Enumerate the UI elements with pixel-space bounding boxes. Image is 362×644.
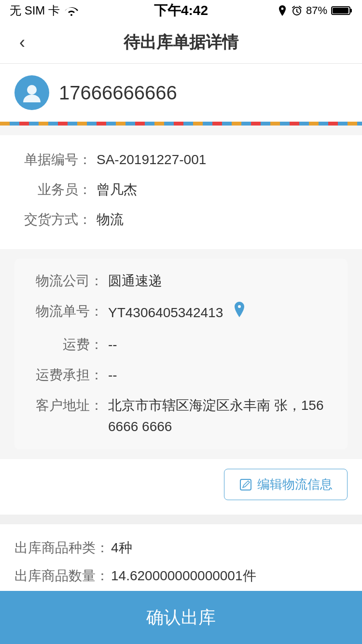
logistics-freight-bearer-row: 运费承担： --: [26, 364, 336, 386]
status-left: 无 SIM 卡: [10, 3, 78, 18]
wifi-icon: [65, 5, 78, 16]
logistics-freight-bearer-value: --: [103, 364, 336, 386]
edit-logistics-label: 编辑物流信息: [257, 476, 333, 493]
order-number-value: SA-20191227-001: [92, 150, 348, 170]
svg-rect-5: [240, 479, 251, 490]
carrier-text: 无 SIM 卡: [10, 3, 60, 18]
tracking-location-icon[interactable]: [231, 301, 248, 325]
status-bar: 无 SIM 卡 下午4:42 87%: [0, 0, 362, 21]
logistics-card: 物流公司： 圆通速递 物流单号： YT4306405342413 运费： -- …: [14, 259, 348, 449]
goods-types-label: 出库商品种类：: [14, 539, 111, 557]
delivery-method-label: 交货方式：: [14, 210, 92, 230]
page-title: 待出库单据详情: [124, 31, 238, 54]
logistics-company-value: 圆通速递: [103, 270, 336, 292]
battery-text: 87%: [306, 4, 327, 17]
delivery-method-value: 物流: [92, 210, 348, 230]
battery-icon: [331, 5, 352, 16]
goods-quantity-value: 14.620000000000001件: [111, 567, 256, 585]
salesman-row: 业务员： 曾凡杰: [14, 180, 348, 200]
logistics-address-row: 客户地址： 北京市市辖区海淀区永丰南 张，156 6666 6666: [26, 395, 336, 438]
edit-button-row: 编辑物流信息: [0, 459, 362, 515]
order-number-row: 单据编号： SA-20191227-001: [14, 150, 348, 170]
goods-quantity-label: 出库商品数量：: [14, 567, 111, 585]
edit-icon: [239, 478, 252, 491]
delivery-method-row: 交货方式： 物流: [14, 210, 348, 230]
svg-rect-3: [333, 8, 348, 14]
logistics-freight-value: --: [103, 334, 336, 356]
section-divider: [0, 515, 362, 524]
goods-types-value: 4种: [111, 539, 132, 557]
content: 17666666666 单据编号： SA-20191227-001 业务员： 曾…: [0, 64, 362, 644]
status-time: 下午4:42: [154, 1, 208, 20]
dashed-divider: [0, 122, 362, 126]
confirm-button-label: 确认出库: [146, 606, 216, 630]
nav-bar: ‹ 待出库单据详情: [0, 21, 362, 64]
svg-rect-2: [350, 9, 352, 13]
goods-quantity-row: 出库商品数量： 14.620000000000001件: [14, 567, 348, 585]
svg-point-4: [27, 85, 37, 95]
user-icon: [20, 81, 43, 104]
salesman-label: 业务员：: [14, 180, 92, 200]
order-info-section: 单据编号： SA-20191227-001 业务员： 曾凡杰 交货方式： 物流: [0, 135, 362, 249]
logistics-freight-row: 运费： --: [26, 334, 336, 356]
logistics-tracking-label: 物流单号：: [26, 301, 103, 322]
salesman-value: 曾凡杰: [92, 180, 348, 200]
order-number-label: 单据编号：: [14, 150, 92, 170]
logistics-address-label: 客户地址：: [26, 395, 103, 417]
confirm-button[interactable]: 确认出库: [0, 591, 362, 644]
phone-number: 17666666666: [59, 82, 177, 104]
logistics-tracking-row: 物流单号： YT4306405342413: [26, 301, 336, 325]
avatar: [14, 75, 49, 110]
alarm-icon: [292, 5, 302, 16]
logistics-company-row: 物流公司： 圆通速递: [26, 270, 336, 292]
logistics-freight-bearer-label: 运费承担：: [26, 364, 103, 386]
status-right: 87%: [277, 4, 352, 17]
logistics-address-value: 北京市市辖区海淀区永丰南 张，156 6666 6666: [103, 395, 336, 438]
edit-logistics-button[interactable]: 编辑物流信息: [224, 469, 348, 500]
back-button[interactable]: ‹: [14, 28, 30, 57]
logistics-tracking-value: YT4306405342413: [103, 301, 336, 325]
location-status-icon: [277, 5, 288, 16]
logistics-freight-label: 运费：: [26, 334, 103, 356]
phone-section: 17666666666: [0, 64, 362, 122]
goods-types-row: 出库商品种类： 4种: [14, 539, 348, 557]
logistics-company-label: 物流公司：: [26, 270, 103, 292]
